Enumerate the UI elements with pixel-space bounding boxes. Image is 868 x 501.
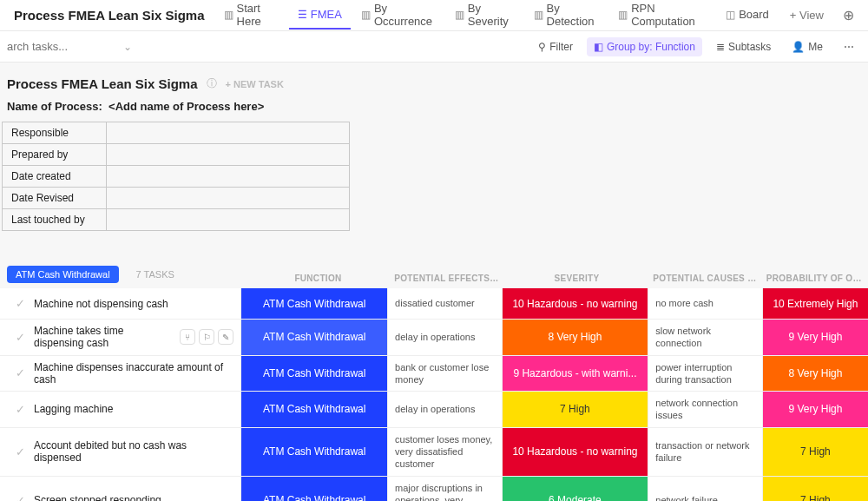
function-cell[interactable]: ATM Cash Withdrawal [240,392,387,427]
col-prob[interactable]: PROBABILITY OF OCCURRE... [763,274,868,283]
edit-icon[interactable]: ✎ [218,329,233,345]
prob-cell[interactable]: 9 Very High [762,392,868,427]
task-name: Machine takes time dispensing cash [34,325,171,349]
task-row[interactable]: ✓Machine takes time dispensing cash⑂⚐✎AT… [0,320,868,356]
section-title: Process FMEA Lean Six Sigma [7,76,198,91]
task-name: Machine not dispensing cash [34,298,168,310]
task-row[interactable]: ✓Screen stopped respondingATM Cash Withd… [0,477,868,501]
col-effects[interactable]: POTENTIAL EFFECTS OF FAILURE [391,274,503,283]
chevron-down-icon[interactable]: ⌄ [118,41,137,53]
tab-rpn-computation[interactable]: ▥RPN Computation [609,0,715,36]
prob-cell[interactable]: 8 Very High [762,356,868,392]
tab-fmea[interactable]: ☰FMEA [289,1,351,30]
col-severity[interactable]: SEVERITY [504,274,650,283]
check-icon[interactable]: ✓ [16,366,25,379]
causes-cell[interactable]: transaction or network failure [648,428,762,476]
tab-by-occurrence[interactable]: ▥By Occurrence [352,0,444,36]
function-cell[interactable]: ATM Cash Withdrawal [240,320,387,355]
task-name: Machine dispenses inaccurate amount of c… [34,361,233,386]
check-icon[interactable]: ✓ [16,331,25,344]
severity-cell[interactable]: 7 High [502,392,648,427]
robot-icon[interactable]: ⊕ [836,2,861,29]
col-function[interactable]: FUNCTION [246,274,391,283]
meta-key: Responsible [3,122,107,144]
check-icon[interactable]: ✓ [16,403,25,416]
new-task-button[interactable]: + NEW TASK [226,79,284,89]
severity-cell[interactable]: 9 Hazardous - with warni... [502,356,648,392]
meta-row: Last touched by [3,209,350,231]
effects-cell[interactable]: delay in operations [387,320,502,355]
group-chip[interactable]: ATM Cash Withdrawal [7,266,119,283]
tab-icon: ◫ [726,9,735,21]
causes-cell[interactable]: no more cash [648,288,762,319]
severity-cell[interactable]: 8 Very High [502,320,648,355]
task-name: Lagging machine [34,403,113,415]
prob-cell[interactable]: 7 High [762,477,868,501]
meta-key: Prepared by [3,144,107,166]
function-cell[interactable]: ATM Cash Withdrawal [240,477,387,501]
effects-cell[interactable]: bank or customer lose money [387,356,502,392]
group-icon: ◧ [594,41,603,53]
top-bar: Process FMEA Lean Six Sigma ▥Start Here☰… [0,0,868,31]
task-name: Screen stopped responding [34,494,161,501]
severity-cell[interactable]: 10 Hazardous - no warning [502,288,648,319]
tab-by-severity[interactable]: ▥By Severity [446,0,523,36]
add-view-button[interactable]: + View [781,2,832,29]
subtasks-button[interactable]: ≣Subtasks [709,37,778,56]
severity-cell[interactable]: 6 Moderate [502,477,648,501]
prob-cell[interactable]: 9 Very High [762,320,868,355]
page-title: Process FMEA Lean Six Sigma [7,8,212,23]
more-icon[interactable]: ⋯ [837,37,861,56]
causes-cell[interactable]: power interruption during transaction [648,356,762,392]
process-name-row: Name of Process: <Add name of Process he… [0,95,868,122]
subtask-icon[interactable]: ⑂ [180,329,195,345]
effects-cell[interactable]: dissatied customer [387,288,502,319]
causes-cell[interactable]: slow network connection [648,320,762,355]
meta-value[interactable] [107,209,350,231]
effects-cell[interactable]: major discruptions in operations, very d… [387,477,502,501]
tag-icon[interactable]: ⚐ [199,329,214,345]
subtasks-icon: ≣ [716,41,725,53]
group-by-button[interactable]: ◧Group by: Function [587,37,702,56]
tab-board[interactable]: ◫Board [717,1,778,30]
tab-icon: ▥ [455,9,464,21]
tab-by-detection[interactable]: ▥By Detection [525,0,608,36]
function-cell[interactable]: ATM Cash Withdrawal [240,428,387,476]
prob-cell[interactable]: 10 Extremely High [762,288,868,319]
task-row[interactable]: ✓Machine not dispensing cashATM Cash Wit… [0,288,868,320]
me-button[interactable]: 👤Me [785,37,830,56]
task-row[interactable]: ✓Lagging machineATM Cash Withdrawaldelay… [0,392,868,428]
meta-value[interactable] [107,122,350,144]
prob-cell[interactable]: 7 High [762,428,868,476]
section-header: Process FMEA Lean Six Sigma ⓘ + NEW TASK [0,73,868,95]
effects-cell[interactable]: customer loses money, very dissatisfied … [387,428,502,476]
info-icon[interactable]: ⓘ [207,76,217,91]
tab-icon: ▥ [224,9,233,21]
severity-cell[interactable]: 10 Hazardous - no warning [502,428,648,476]
task-row[interactable]: ✓Machine dispenses inaccurate amount of … [0,356,868,392]
search-input[interactable] [7,40,111,53]
meta-value[interactable] [107,188,350,209]
meta-value[interactable] [107,144,350,166]
task-row[interactable]: ✓Account debited but no cash was dispens… [0,428,868,477]
task-table: ✓Machine not dispensing cashATM Cash Wit… [0,288,868,501]
view-tabs: ▥Start Here☰FMEA▥By Occurrence▥By Severi… [215,0,778,36]
filter-icon: ⚲ [538,41,546,53]
content-area: Process FMEA Lean Six Sigma ⓘ + NEW TASK… [0,63,868,501]
col-causes[interactable]: POTENTIAL CAUSES OF FAILURE [649,274,762,283]
filter-button[interactable]: ⚲Filter [531,37,580,56]
check-icon[interactable]: ✓ [16,494,25,501]
meta-value[interactable] [107,166,350,188]
function-cell[interactable]: ATM Cash Withdrawal [240,356,387,392]
meta-row: Prepared by [3,144,350,166]
causes-cell[interactable]: network failure [648,477,762,501]
check-icon[interactable]: ✓ [16,297,25,310]
task-name: Account debited but no cash was dispense… [34,439,233,464]
check-icon[interactable]: ✓ [16,445,25,458]
meta-row: Date Revised [3,188,350,209]
effects-cell[interactable]: delay in operations [387,392,502,427]
meta-key: Last touched by [3,209,107,231]
function-cell[interactable]: ATM Cash Withdrawal [240,288,387,319]
causes-cell[interactable]: network connection issues [648,392,762,427]
tab-start-here[interactable]: ▥Start Here [215,0,287,36]
